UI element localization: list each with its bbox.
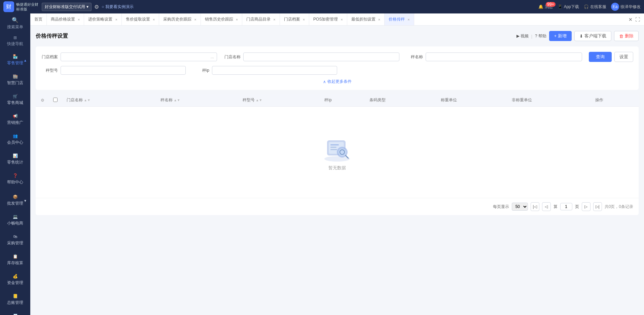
tab-store-catalog[interactable]: 门店商品目录 × bbox=[242, 13, 280, 26]
table-gear-icon[interactable]: ⚙ bbox=[41, 98, 44, 103]
smart-store-icon: 🏬 bbox=[13, 74, 18, 79]
sidebar-item-smart-store[interactable]: 🏬 智慧门店 bbox=[1, 71, 29, 89]
close-tab-sales-history-icon[interactable]: × bbox=[236, 18, 238, 22]
filter-spacer bbox=[344, 66, 633, 75]
main-layout: 🔍 搜索菜单 ⊞ 快捷导航 🏪 零售管理 ▲ 🏬 智慧门店 🛒 零售商城 📢 营… bbox=[0, 13, 644, 315]
empty-text: 暂无数据 bbox=[328, 165, 346, 171]
page-label: 算 bbox=[553, 204, 558, 210]
user-menu[interactable]: Ea 徐泽华修改 bbox=[611, 3, 641, 11]
divider-v: | bbox=[531, 34, 532, 39]
scale-ip-label: 秤ip bbox=[192, 68, 209, 73]
retail-icon: 🏪 bbox=[13, 54, 18, 59]
sort-icon-scale-name: ▲▼ bbox=[174, 99, 180, 102]
close-tab-min-discount-icon[interactable]: × bbox=[378, 18, 380, 22]
video-icon: ▶ bbox=[516, 34, 520, 38]
sidebar-search[interactable]: 🔍 搜索菜单 bbox=[0, 13, 30, 33]
sidebar-item-invoice[interactable]: 🧾 发票管理 bbox=[1, 310, 29, 315]
query-button[interactable]: 查询 bbox=[589, 52, 612, 62]
mall-icon: 🛒 bbox=[13, 94, 18, 99]
close-tab-purchase-strategy-icon[interactable]: × bbox=[115, 18, 117, 22]
invoice-icon: 🧾 bbox=[13, 314, 18, 315]
sidebar-item-member[interactable]: 👥 会员中心 bbox=[1, 130, 29, 149]
close-tab-store-catalog-icon[interactable]: × bbox=[273, 18, 275, 22]
tab-sale-extract[interactable]: 售价提取设置 × bbox=[122, 13, 159, 26]
sidebar-nav[interactable]: ⊞ 快捷导航 bbox=[0, 33, 30, 49]
maximize-tab-icon[interactable]: ⛶ bbox=[634, 16, 641, 23]
sidebar-item-help[interactable]: ❓ 帮助中心 bbox=[1, 170, 29, 188]
last-page-button[interactable]: ▷| bbox=[593, 202, 602, 211]
stats-icon: 📊 bbox=[13, 153, 18, 158]
tab-store-profile[interactable]: 门店档案 × bbox=[280, 13, 309, 26]
sidebar-item-retail[interactable]: 🏪 零售管理 ▲ bbox=[1, 51, 29, 69]
add-button[interactable]: + 新增 bbox=[549, 31, 572, 41]
scale-ip-input[interactable] bbox=[212, 66, 337, 75]
scale-model-label: 秤型号 bbox=[41, 68, 58, 73]
tab-min-discount[interactable]: 最低折扣设置 × bbox=[347, 13, 385, 26]
ecom-icon: 💻 bbox=[13, 214, 18, 219]
tab-home[interactable]: 首页 bbox=[30, 13, 47, 26]
th-store-name: 门店名称 ▲▼ bbox=[63, 94, 156, 107]
sidebar-item-wholesale[interactable]: 📦 批发管理 ▼ bbox=[1, 191, 29, 210]
filter-store-name: 门店名称 bbox=[224, 52, 400, 62]
version-select[interactable]: 好业财标准版交付试用 ▾ bbox=[42, 3, 92, 11]
sort-scale-ip[interactable]: 秤ip bbox=[324, 97, 361, 103]
filter-row-2: 秤型号 秤ip bbox=[41, 66, 633, 75]
sidebar-item-inventory[interactable]: 📋 库存核算 bbox=[1, 251, 29, 269]
prev-page-button[interactable]: ◁ bbox=[542, 202, 551, 211]
sidebar-item-retail-mall[interactable]: 🛒 零售商城 bbox=[1, 91, 29, 109]
sidebar-item-marketing[interactable]: 📢 营销推广 bbox=[1, 110, 29, 129]
sidebar-item-xiao-ecom[interactable]: 💻 小畅电商 bbox=[1, 211, 29, 230]
svg-rect-9 bbox=[330, 149, 337, 150]
close-tab-icon[interactable]: ✕ bbox=[627, 16, 634, 23]
select-all-checkbox[interactable] bbox=[53, 98, 58, 102]
download-icon2: ⬇ bbox=[579, 34, 583, 39]
wholesale-arrow-icon: ▼ bbox=[24, 199, 27, 202]
sidebar-item-retail-stats[interactable]: 📊 零售统计 bbox=[1, 150, 29, 169]
tab-purchase-history[interactable]: 采购历史价跟踪 × bbox=[159, 13, 201, 26]
page-title: 价格传秤设置 bbox=[36, 33, 68, 40]
sidebar-item-purchase[interactable]: 🛍 采购管理 bbox=[1, 231, 29, 249]
close-tab-price-scale-icon[interactable]: × bbox=[407, 18, 409, 22]
delete-button[interactable]: 🗑 删除 bbox=[614, 31, 639, 41]
sidebar-item-finance[interactable]: 💰 资金管理 bbox=[1, 271, 29, 289]
sort-scale-name[interactable]: 秤名称 ▲▼ bbox=[160, 97, 235, 103]
sort-store-name[interactable]: 门店名称 ▲▼ bbox=[67, 97, 152, 103]
topbar-middle: 好业财标准版交付试用 ▾ ⚙ ○ 我要看实例演示 bbox=[38, 3, 538, 11]
tab-pos-management[interactable]: POS加密管理 × bbox=[309, 13, 347, 26]
tab-price-scale[interactable]: 价格传秤 × bbox=[385, 13, 414, 26]
next-page-button[interactable]: ▷ bbox=[582, 202, 591, 211]
page-number-input[interactable] bbox=[560, 203, 572, 210]
help-icon: ❓ bbox=[13, 173, 18, 178]
app-download-button[interactable]: 📱 App下载 bbox=[558, 4, 579, 10]
filter-scale-model: 秤型号 bbox=[41, 66, 186, 75]
per-page-select[interactable]: 50 bbox=[512, 203, 528, 211]
scale-name-input[interactable] bbox=[426, 53, 582, 61]
topbar-settings-icon[interactable]: ⚙ bbox=[94, 4, 99, 10]
scale-model-input[interactable] bbox=[61, 66, 186, 75]
tab-product-price[interactable]: 商品价格设置 × bbox=[47, 13, 84, 26]
close-tab-pos-management-icon[interactable]: × bbox=[341, 18, 343, 22]
close-tab-purchase-history-icon[interactable]: × bbox=[194, 18, 196, 22]
sort-scale-model[interactable]: 秤型号 ▲▼ bbox=[243, 97, 317, 103]
message-badge: 99+ bbox=[546, 2, 555, 7]
online-service-button[interactable]: 🎧 在线客服 bbox=[584, 4, 606, 10]
first-page-button[interactable]: |◁ bbox=[531, 202, 539, 211]
collapse-button[interactable]: ∧ 收起更多条件 bbox=[41, 79, 633, 84]
sidebar-item-general-ledger[interactable]: 📒 总账管理 bbox=[1, 290, 29, 309]
tab-sales-history[interactable]: 销售历史价跟踪 × bbox=[201, 13, 242, 26]
help-link[interactable]: ? 帮助 bbox=[535, 33, 546, 39]
sort-icon-scale-model: ▲▼ bbox=[256, 99, 262, 102]
close-tab-store-profile-icon[interactable]: × bbox=[303, 18, 305, 22]
close-tab-sale-extract-icon[interactable]: × bbox=[153, 18, 155, 22]
close-tab-product-price-icon[interactable]: × bbox=[78, 18, 80, 22]
tab-purchase-strategy[interactable]: 进价策略设置 × bbox=[84, 13, 121, 26]
video-link[interactable]: ▶ 视频 bbox=[516, 33, 529, 39]
store-name-input[interactable] bbox=[243, 53, 400, 61]
store-profile-input[interactable]: ... bbox=[61, 53, 217, 61]
download-button[interactable]: ⬇ 客户端下载 bbox=[574, 31, 611, 41]
demo-button[interactable]: ○ 我要看实例演示 bbox=[102, 4, 134, 10]
empty-illustration bbox=[320, 134, 354, 165]
settings-filter-button[interactable]: 设置 bbox=[614, 52, 633, 62]
page-total: 共0页，0条记录 bbox=[605, 204, 633, 210]
message-button[interactable]: 🔔 消息 99+ bbox=[538, 4, 553, 10]
